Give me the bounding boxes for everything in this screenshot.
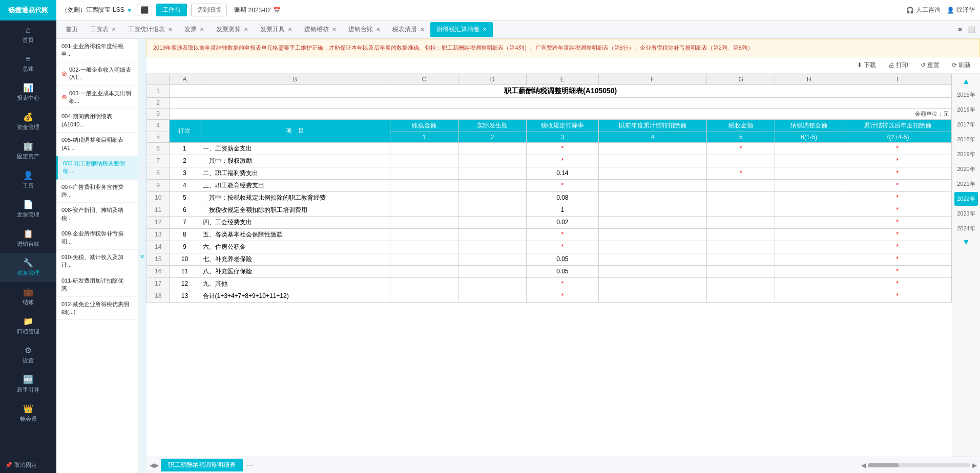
table-row[interactable]: 61一、工资薪金支出*** bbox=[147, 142, 952, 155]
scroll-right-icon[interactable]: ▶ bbox=[972, 462, 977, 469]
sidebar-item-closing[interactable]: 💼 结账 bbox=[0, 282, 56, 311]
table-row[interactable]: 1712九、其他** bbox=[147, 277, 952, 290]
table-row[interactable]: 138五、各类基本社会保障性缴款** bbox=[147, 228, 952, 241]
year-2017[interactable]: 2017年 bbox=[954, 118, 978, 132]
switch-version-button[interactable]: 切到旧版 bbox=[191, 4, 227, 16]
tab-home[interactable]: 首页 bbox=[59, 22, 84, 37]
tab-close-icon[interactable]: ✕ bbox=[244, 27, 248, 32]
row-item[interactable]: 其中：股权激励 bbox=[200, 155, 390, 167]
tab-close-icon[interactable]: ✕ bbox=[200, 27, 204, 32]
year-down-button[interactable]: ▼ bbox=[961, 236, 971, 248]
next-sheet-icon[interactable]: ▶ bbox=[154, 462, 159, 469]
tab-close-icon[interactable]: ✕ bbox=[288, 27, 292, 32]
year-2024[interactable]: 2024年 bbox=[954, 222, 978, 235]
list-item-006[interactable]: 006-职工薪酬纳税调整明细... bbox=[56, 156, 138, 180]
sidebar-item-archive[interactable]: 📁 归档管理 bbox=[0, 311, 56, 340]
row-item[interactable]: 九、其他 bbox=[200, 277, 390, 290]
year-2022[interactable]: 2022年 bbox=[954, 192, 978, 206]
sidebar-item-settings[interactable]: ⚙ 设置 bbox=[0, 340, 56, 370]
sidebar-item-assets[interactable]: 🏢 固定资产 bbox=[0, 136, 56, 165]
year-2015[interactable]: 2015年 bbox=[954, 88, 978, 102]
copy-button[interactable]: ⬛ bbox=[137, 5, 152, 15]
table-row[interactable]: 105 其中：按税收规定比例扣除的职工教育经费0.08* bbox=[147, 191, 952, 204]
prev-sheet-icon[interactable]: ◀ bbox=[150, 462, 154, 469]
list-item-008[interactable]: 008-资产折旧、摊销及纳税... bbox=[56, 203, 138, 226]
tab-payroll[interactable]: 工资表✕ bbox=[84, 22, 122, 37]
year-2016[interactable]: 2016年 bbox=[954, 103, 978, 117]
year-2020[interactable]: 2020年 bbox=[954, 162, 978, 176]
list-item-009[interactable]: 009-企业所得税弥补亏损明... bbox=[56, 226, 138, 250]
sidebar-item-salary[interactable]: 👤 工资 bbox=[0, 165, 56, 195]
list-item-001[interactable]: 001-企业所得税年度纳税申... bbox=[56, 39, 138, 62]
sheet-tab[interactable]: 职工薪酬纳税调整明细表 bbox=[161, 459, 243, 471]
list-item-004[interactable]: 004-期间费用明细表(A1040... bbox=[56, 109, 138, 133]
tab-invoice-calc[interactable]: 发票测算✕ bbox=[210, 22, 254, 37]
row-item[interactable]: 合计(1+3+4+7+8+9+10+11+12) bbox=[200, 290, 390, 302]
table-row[interactable]: 1813合计(1+3+4+7+8+9+10+11+12)** bbox=[147, 290, 952, 302]
tab-close-icon[interactable]: ✕ bbox=[112, 27, 116, 32]
list-item-010[interactable]: 010-免税、减计收入及加计... bbox=[56, 250, 138, 273]
year-2023[interactable]: 2023年 bbox=[954, 207, 978, 221]
table-row[interactable]: 1611八、补充医疗保险0.05* bbox=[147, 265, 952, 277]
row-item[interactable]: 其中：按税收规定比例扣除的职工教育经费 bbox=[200, 191, 390, 204]
row-item[interactable]: 一、工资薪金支出 bbox=[200, 142, 390, 155]
refresh-button[interactable]: ⟳ 刷新 bbox=[949, 59, 974, 71]
row-item[interactable]: 八、补充医疗保险 bbox=[200, 265, 390, 277]
list-item-003[interactable]: ⊗ 003-一般企业成本支出明细... bbox=[56, 86, 138, 110]
tab-close-icon[interactable]: ✕ bbox=[332, 27, 336, 32]
tab-income-tax[interactable]: 所得税汇算清缴✕ bbox=[430, 22, 493, 37]
service-btn[interactable]: 🎧 人工咨询 bbox=[906, 6, 941, 14]
sidebar-item-purchase-sales[interactable]: 📋 进销台账 bbox=[0, 224, 56, 253]
user-profile[interactable]: 👤 徐泽华 bbox=[947, 6, 975, 14]
cancel-pin-button[interactable]: 📌 取消固定 bbox=[0, 457, 56, 473]
row-item[interactable]: 七、补充养老保险 bbox=[200, 253, 390, 265]
list-item-011[interactable]: 011-研发费用加计扣除优惠... bbox=[56, 273, 138, 297]
list-item-002[interactable]: ⊗ 002-一般企业收入明细表(A1... bbox=[56, 62, 138, 86]
tab-close-icon[interactable]: ✕ bbox=[420, 27, 424, 32]
year-2021[interactable]: 2021年 bbox=[954, 177, 978, 191]
table-row[interactable]: 1510七、补充养老保险0.05* bbox=[147, 253, 952, 265]
close-all-icon[interactable]: ✕ bbox=[956, 25, 964, 35]
tab-invoice[interactable]: 发票✕ bbox=[178, 22, 210, 37]
sidebar-item-home[interactable]: ⌂ 首页 bbox=[0, 20, 56, 49]
tab-payroll-report[interactable]: 工资统计报表✕ bbox=[122, 22, 178, 37]
tab-close-icon[interactable]: ✕ bbox=[483, 27, 487, 32]
year-up-button[interactable]: ▲ bbox=[961, 76, 971, 87]
sidebar-item-reports[interactable]: 📊 报表中心 bbox=[0, 78, 56, 107]
row-item[interactable]: 三、职工教育经费支出 bbox=[200, 179, 390, 191]
table-row[interactable]: 72 其中：股权激励** bbox=[147, 155, 952, 167]
row-item[interactable]: 按税收规定全额扣除的职工培训费用 bbox=[200, 204, 390, 216]
tab-invoice-issue[interactable]: 发票开具✕ bbox=[254, 22, 298, 37]
sidebar-item-guide[interactable]: 🆕 新手引导 bbox=[0, 370, 56, 399]
sheet-options-icon[interactable]: ⋯ bbox=[247, 462, 253, 469]
row-item[interactable]: 五、各类基本社会保障性缴款 bbox=[200, 228, 390, 241]
row-item[interactable]: 四、工会经费支出 bbox=[200, 216, 390, 228]
workspace-button[interactable]: 工作台 bbox=[156, 4, 187, 16]
tab-purchase-ledger[interactable]: 进销台账✕ bbox=[342, 22, 386, 37]
tab-purchase-check[interactable]: 进销稽核✕ bbox=[298, 22, 342, 37]
year-2019[interactable]: 2019年 bbox=[954, 147, 978, 161]
tab-close-icon[interactable]: ✕ bbox=[168, 27, 172, 32]
table-row[interactable]: 94三、职工教育经费支出** bbox=[147, 179, 952, 191]
sidebar-item-tax-mgmt[interactable]: 🔧 税务管理 bbox=[0, 253, 56, 282]
maximize-icon[interactable]: ⬜ bbox=[966, 25, 977, 35]
sidebar-item-funds[interactable]: 💰 资金管理 bbox=[0, 107, 56, 136]
period-selector[interactable]: 账期 2023-02 📅 bbox=[234, 6, 281, 14]
tab-tax-table[interactable]: 税表清册✕ bbox=[386, 22, 430, 37]
collapse-panel-button[interactable]: « bbox=[138, 39, 147, 473]
list-item-012[interactable]: 012-减免企业所得税优惠明细(...) bbox=[56, 297, 138, 320]
reset-button[interactable]: ↺ 重置 bbox=[918, 59, 943, 71]
list-item-007[interactable]: 007-广告费和业务宣传费跨... bbox=[56, 180, 138, 203]
company-selector[interactable]: （勿删）江西皎宝-LSS ▼ bbox=[61, 6, 133, 14]
row-item[interactable]: 六、住房公积金 bbox=[200, 241, 390, 253]
print-button[interactable]: 🖨 打印 bbox=[885, 59, 911, 71]
table-row[interactable]: 83二、职工福利费支出0.14** bbox=[147, 167, 952, 179]
sidebar-item-invoice-mgmt[interactable]: 📄 发票管理 bbox=[0, 195, 56, 224]
table-row[interactable]: 149六、住房公积金** bbox=[147, 241, 952, 253]
table-row[interactable]: 116 按税收规定全额扣除的职工培训费用1* bbox=[147, 204, 952, 216]
scroll-left-icon[interactable]: ◀ bbox=[861, 462, 866, 469]
table-row[interactable]: 127四、工会经费支出0.02* bbox=[147, 216, 952, 228]
row-item[interactable]: 二、职工福利费支出 bbox=[200, 167, 390, 179]
year-2018[interactable]: 2018年 bbox=[954, 133, 978, 146]
tab-close-icon[interactable]: ✕ bbox=[376, 27, 380, 32]
